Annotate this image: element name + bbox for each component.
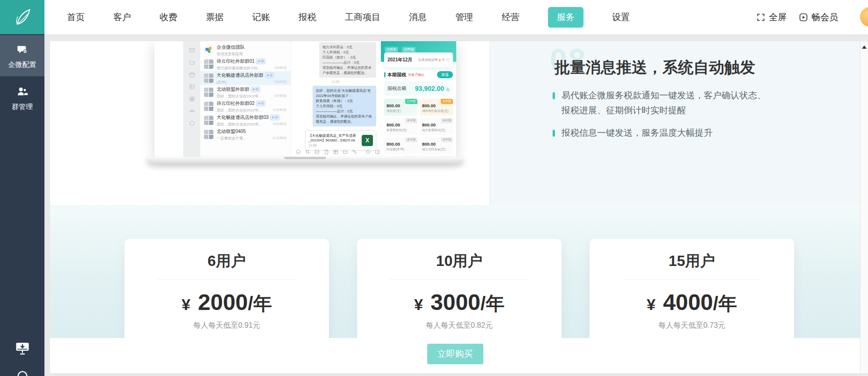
- chat-list-item: 诗云印社外部群02外部 您好，您的企业在2022年...11分钟前: [200, 99, 291, 113]
- sidebar-item-wecom-config[interactable]: 企微配置: [0, 35, 44, 76]
- leaf-logo-icon: [12, 7, 33, 28]
- chat-preview: 您好，您的企业在2022年...: [217, 108, 262, 113]
- chat-time: 2分钟前: [274, 66, 287, 71]
- chat-gear-icon: [16, 43, 29, 56]
- chat-list-item: 诗云印社外部群01外部 您已成功邀请微信的小白...2分钟前: [200, 57, 291, 71]
- file-name: 【大化畅捷通讯店_资产负债表_202204】563882...53629.xls: [308, 133, 359, 143]
- nav-item-home[interactable]: 首页: [67, 11, 85, 23]
- chat-preview: 您好，您的企业在2022年...: [217, 94, 262, 99]
- top-navbar: 首页 客户 收费 票据 记账 报税 工商项目 消息 管理 经营 服务 设置 全屏: [0, 0, 868, 34]
- scroll-up-arrow[interactable]: [862, 45, 867, 49]
- nav-item-services[interactable]: 服务: [548, 7, 584, 28]
- member-label: 畅会员: [811, 11, 838, 23]
- nav-item-settings[interactable]: 设置: [612, 11, 630, 23]
- chat-preview: 您好，您的企业在2022年...: [217, 122, 262, 127]
- navbar-tools: 全屏 畅会员: [756, 11, 838, 23]
- fullscreen-button[interactable]: 全屏: [756, 11, 787, 23]
- chat-toolbar: [296, 149, 376, 155]
- client-download-button[interactable]: [15, 340, 30, 356]
- brand-logo[interactable]: [0, 0, 44, 34]
- send-image-icon: [314, 149, 320, 155]
- workbench-icon: [189, 120, 195, 126]
- group-avatar: [204, 59, 213, 69]
- folder-send-icon: [343, 149, 348, 155]
- nav-item-customers[interactable]: 客户: [113, 11, 131, 23]
- sidebar-item-group-management[interactable]: 群管理: [0, 77, 44, 118]
- chat-name: 北动联盟0405: [217, 128, 246, 135]
- tax-section-title: 本期国税: [387, 72, 406, 78]
- emoji-icon: [296, 149, 301, 155]
- plan-users: 15用户: [590, 251, 794, 272]
- play-video-icon: [799, 13, 808, 22]
- file-attachment-card: 【大化畅捷通讯店_资产负债表_202204】563882...53629.xls…: [305, 130, 376, 150]
- bullet-marker: [553, 92, 555, 99]
- tax-cell: 未申报800.00地方水利基金(元): [420, 137, 453, 154]
- tax-deadline: 距离报税还有8天: [418, 58, 450, 62]
- chat-list-item-selected: 大化畅捷通讯店外部群外部 [文件]3分钟前: [200, 71, 291, 85]
- chat-time: 11分钟前: [273, 108, 287, 113]
- fullscreen-icon: [756, 13, 766, 22]
- external-tag: 外部: [251, 87, 260, 92]
- nav-item-bookkeeping[interactable]: 记账: [252, 11, 270, 23]
- tax-month: 2021年12月: [387, 57, 412, 63]
- file-size: 10.5K: [308, 144, 359, 147]
- nav-item-billing[interactable]: 收费: [160, 11, 177, 23]
- plan-card-6-users: 6用户 ¥2000/年 每人每天低至0.91元: [124, 239, 329, 338]
- chat-name: 诗云印社外部群01: [217, 58, 255, 65]
- group-avatar: [204, 130, 213, 139]
- plan-note: 每人每天低至0.73元: [590, 321, 794, 331]
- nav-item-business-projects[interactable]: 工商项目: [345, 11, 380, 23]
- sidebar-item-label: 群管理: [12, 103, 33, 111]
- chat-list-item: 企业微信团队 管理员安装应用: [200, 43, 291, 57]
- message-timestamp: 10:55: [331, 80, 340, 83]
- left-sidebar: 企微配置 群管理: [0, 34, 44, 376]
- member-button[interactable]: 畅会员: [799, 11, 838, 23]
- bullet-text: 报税信息一键发送，服务温度大幅提升: [562, 125, 713, 140]
- chat-time: 6分钟前: [274, 94, 287, 99]
- split-view-icon: [375, 149, 380, 155]
- call-icon: [352, 149, 357, 155]
- buy-bar: 立即购买: [50, 338, 860, 373]
- chat-window: 地方水利基金：0元 个人所得税：0元 印花税（按次）：0元 ——————总计：0…: [291, 41, 380, 157]
- plan-users: 10用户: [357, 251, 562, 272]
- nav-item-operations[interactable]: 经营: [502, 11, 519, 23]
- nav-item-messages[interactable]: 消息: [409, 11, 427, 23]
- chat-list-item: 大化畅捷通讯店外部群03外部 您好，您的企业在2022年...15分钟前: [200, 113, 291, 127]
- sent-message-bubble: 您好，您的企业“大化畅捷通讯店”在2022年04月税款如下： 财务报表（年报）：…: [313, 86, 376, 126]
- tax-push-panel: 已核算 已申报 2021年12月 距离报税还有8天 本期国税 待客户确认: [381, 41, 456, 157]
- plan-card-15-users: 15用户 ¥4000/年 每人每天低至0.73元: [590, 239, 794, 338]
- divider: [622, 280, 761, 280]
- buy-now-button[interactable]: 立即购买: [427, 344, 483, 364]
- tax-section-status: 待客户确认: [408, 73, 424, 77]
- tax-total-row: 国税总额 93,902.00 元: [384, 81, 453, 96]
- nav-item-invoices[interactable]: 票据: [206, 11, 224, 23]
- plan-card-10-users: 10用户 ¥3000/年 每人每天低至0.82元: [357, 239, 562, 338]
- chat-name: 诗云印社外部群02: [217, 100, 255, 107]
- excel-file-icon: X: [362, 135, 373, 146]
- screenshot-icon: [305, 149, 310, 155]
- section-bar: [384, 72, 386, 77]
- bullet-text: 易代账企微服务税款通知一键发送，客户确认状态、报税进展、征期倒计时实时提醒: [562, 88, 768, 118]
- chat-list: 企业微信团队 管理员安装应用 诗云印社外部群01外部 您已成功邀请微信的小白..…: [200, 41, 291, 157]
- nav-item-management[interactable]: 管理: [455, 11, 473, 23]
- page-scrollbar[interactable]: [860, 41, 868, 373]
- chat-preview: 一定要把这个需...: [217, 136, 246, 141]
- sheet-icon: [333, 149, 338, 155]
- feature-bullet: 报税信息一键发送，服务温度大幅提升: [553, 125, 768, 140]
- support-button[interactable]: [15, 369, 30, 376]
- feature-title: 批量消息推送，系统自动触发: [554, 57, 755, 78]
- nav-item-tax-filing[interactable]: 报税: [299, 11, 316, 23]
- headset-icon: [15, 369, 30, 376]
- chat-list-item: 北动联盟外部群外部 您好，您的企业在2022年...6分钟前: [200, 85, 291, 99]
- page-content: 企业微信团队 管理员安装应用 诗云印社外部群01外部 您已成功邀请微信的小白..…: [50, 41, 860, 373]
- external-tag: 外部: [256, 59, 265, 64]
- send-button: 发送: [437, 71, 453, 78]
- bullet-marker: [553, 130, 555, 137]
- chat-preview: 管理员安装应用: [217, 52, 243, 57]
- plan-note: 每人每天低至0.82元: [357, 321, 562, 331]
- group-avatar: [204, 88, 213, 97]
- user-avatar[interactable]: [859, 6, 868, 28]
- chat-list-item: 北动联盟0405 一定要把这个需...21分钟前: [200, 127, 291, 141]
- group-avatar: [204, 74, 213, 83]
- divider: [157, 280, 296, 280]
